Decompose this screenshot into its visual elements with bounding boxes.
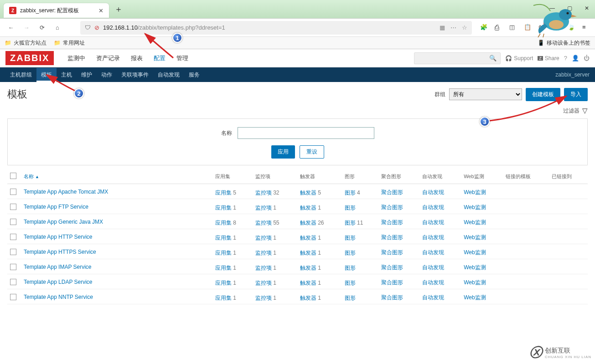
sub-nav-item[interactable]: 维护 [77,68,97,82]
agg-cell[interactable]: 聚合图形 [378,274,420,289]
disc-cell[interactable]: 自动发现 [419,199,461,214]
trig-cell[interactable]: 触发器 26 [297,214,342,229]
row-checkbox[interactable] [10,189,16,195]
disc-cell[interactable]: 自动发现 [419,244,461,259]
disc-cell[interactable]: 自动发现 [419,274,461,289]
back-icon[interactable]: ← [5,21,17,34]
disc-cell[interactable]: 自动发现 [419,214,461,229]
trig-cell[interactable]: 触发器 5 [297,184,342,199]
filter-reset-button[interactable]: 重设 [300,145,324,159]
create-template-button[interactable]: 创建模板 [526,88,560,101]
filter-name-input[interactable] [238,127,374,139]
agg-cell[interactable]: 聚合图形 [378,229,420,244]
row-checkbox[interactable] [10,219,16,225]
trig-cell[interactable]: 触发器 1 [297,259,342,274]
web-cell[interactable]: Web监测 [461,289,503,304]
agg-cell[interactable]: 聚合图形 [378,259,420,274]
app-cell[interactable]: 应用集 1 [212,229,253,244]
main-nav-item[interactable]: 配置 [148,50,171,67]
mon-cell[interactable]: 监控项 32 [253,184,297,199]
leaf-icon[interactable]: 🍃 [568,24,576,32]
mon-cell[interactable]: 监控项 1 [253,244,297,259]
group-select[interactable]: 所有 [449,88,522,100]
sub-nav-item[interactable]: 主机群组 [5,68,36,82]
extensions-icon[interactable]: 🧩 [480,24,488,32]
sub-nav-item[interactable]: 关联项事件 [117,68,153,82]
main-nav-item[interactable]: 报表 [125,50,148,67]
agg-cell[interactable]: 聚合图形 [378,199,420,214]
mon-cell[interactable]: 监控项 1 [253,229,297,244]
trig-cell[interactable]: 触发器 1 [297,229,342,244]
library-icon[interactable]: ⎙ [495,24,503,32]
gra-cell[interactable]: 图形 [342,274,378,289]
template-name-link[interactable]: Template App HTTP Service [24,234,93,240]
app-cell[interactable]: 应用集 1 [212,244,253,259]
search-input[interactable]: 🔍 [414,52,501,64]
mon-cell[interactable]: 监控项 1 [253,259,297,274]
web-cell[interactable]: Web监测 [461,229,503,244]
pocket-icon[interactable]: 🛍0 [538,24,547,32]
power-icon[interactable]: ⏻ [584,55,590,62]
gra-cell[interactable]: 图形 [342,259,378,274]
bookmark-folder-1[interactable]: 📁火狐官方站点 [5,39,47,47]
web-cell[interactable]: Web监测 [461,214,503,229]
bookmark-folder-2[interactable]: 📁常用网址 [54,39,85,47]
address-bar[interactable]: 🛡 ⊘ 192.168.1.10/zabbix/templates.php?dd… [80,21,472,35]
template-name-link[interactable]: Template App Apache Tomcat JMX [24,189,108,195]
search-icon[interactable]: 🔍 [489,55,497,62]
template-name-link[interactable]: Template App Generic Java JMX [24,219,103,225]
column-header[interactable]: 链接的模板 [503,169,549,184]
main-nav-item[interactable]: 资产记录 [91,50,125,67]
template-name-link[interactable]: Template App HTTPS Service [24,249,96,255]
template-name-link[interactable]: Template App NNTP Service [24,294,93,300]
disc-cell[interactable]: 自动发现 [419,229,461,244]
insecure-icon[interactable]: ⊘ [94,24,99,31]
agg-cell[interactable]: 聚合图形 [378,289,420,304]
app-cell[interactable]: 应用集 5 [212,184,253,199]
more-icon[interactable]: ⋯ [450,24,456,31]
column-header[interactable]: 聚合图形 [378,169,420,184]
support-link[interactable]: 🎧 Support [505,55,533,62]
web-cell[interactable]: Web监测 [461,199,503,214]
filter-toggle-label[interactable]: 过滤器 [563,107,579,115]
filter-apply-button[interactable]: 应用 [271,145,295,159]
mon-cell[interactable]: 监控项 1 [253,289,297,304]
disc-cell[interactable]: 自动发现 [419,259,461,274]
row-checkbox[interactable] [10,264,16,270]
zabbix-logo[interactable]: ZABBIX [5,51,54,65]
tab-close-icon[interactable]: ✕ [98,7,103,14]
column-header[interactable]: 监控项 [253,169,297,184]
mobile-bookmarks[interactable]: 📱移动设备上的书签 [538,39,590,47]
reader-icon[interactable]: ▦ [440,24,445,31]
browser-tab[interactable]: Z zabbix_server: 配置模板 ✕ [4,3,109,18]
menu-icon[interactable]: ≡ [582,24,590,32]
disc-cell[interactable]: 自动发现 [419,184,461,199]
help-icon[interactable]: ? [564,55,567,62]
close-window-icon[interactable]: ✕ [582,5,591,12]
row-checkbox[interactable] [10,204,16,210]
row-checkbox[interactable] [10,279,16,285]
sub-nav-item[interactable]: 主机 [57,68,77,82]
agg-cell[interactable]: 聚合图形 [378,244,420,259]
main-nav-item[interactable]: 管理 [171,50,194,67]
home-icon[interactable]: ⌂ [51,21,64,34]
trig-cell[interactable]: 触发器 1 [297,274,342,289]
column-header[interactable]: 自动发现 [419,169,461,184]
mon-cell[interactable]: 监控项 1 [253,274,297,289]
trig-cell[interactable]: 触发器 1 [297,244,342,259]
app-cell[interactable]: 应用集 1 [212,274,253,289]
sidebar-icon[interactable]: ◫ [509,24,517,32]
column-header[interactable]: 名称 ▲ [21,169,212,184]
row-checkbox[interactable] [10,294,16,300]
web-cell[interactable]: Web监测 [461,259,503,274]
web-cell[interactable]: Web监测 [461,184,503,199]
sub-nav-item[interactable]: 自动发现 [153,68,184,82]
gra-cell[interactable]: 图形 11 [342,214,378,229]
agg-cell[interactable]: 聚合图形 [378,214,420,229]
template-name-link[interactable]: Template App IMAP Service [24,264,92,270]
trig-cell[interactable]: 触发器 1 [297,199,342,214]
sub-nav-item[interactable]: 动作 [97,68,117,82]
column-header[interactable]: 已链接到 [549,169,588,184]
notes-icon[interactable]: 📋 [524,24,532,32]
template-name-link[interactable]: Template App LDAP Service [24,279,93,285]
